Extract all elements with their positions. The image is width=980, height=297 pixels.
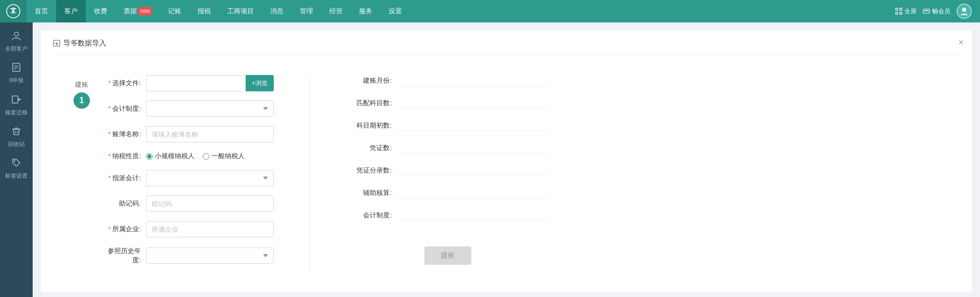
file-select-row: * 选择文件: +浏览 xyxy=(100,75,274,91)
ref-history-label: 参照历史年度: xyxy=(100,246,146,265)
ref-history-select[interactable] xyxy=(146,247,274,264)
nav-service[interactable]: 服务 xyxy=(351,0,380,22)
build-month-value xyxy=(397,75,550,86)
subject-init-row: 科目期初数: xyxy=(346,120,550,131)
tax-general-label: 一般纳税人 xyxy=(211,152,245,161)
sidebar-label-tag-settings: 标签设置 xyxy=(5,172,28,179)
voucher-count-label: 凭证数: xyxy=(346,143,397,153)
accounting-system-info-label: 会计制度: xyxy=(346,211,397,220)
vip-button[interactable]: 畅会员 xyxy=(923,7,950,16)
aux-accounting-row: 辅助核算: xyxy=(346,187,550,199)
sidebar-item-tag-settings[interactable]: 标签设置 xyxy=(1,154,32,183)
user-avatar[interactable] xyxy=(957,4,972,19)
tax-type-label: * 纳税性质: xyxy=(100,152,146,161)
sidebar: 全部客户 0申报 账套迁移 xyxy=(0,22,33,297)
svg-rect-2 xyxy=(896,8,898,10)
step-circle: 1 xyxy=(74,92,90,109)
main-panel: 导爷数据导入 × 建账 1 xyxy=(41,31,972,292)
section-divider xyxy=(309,75,310,274)
sidebar-item-trash[interactable]: 回收站 xyxy=(1,122,32,152)
nav-msg[interactable]: 消息 xyxy=(262,0,292,22)
file-select-label: * 选择文件: xyxy=(100,79,146,88)
accounting-system-info-row: 会计制度: xyxy=(346,210,550,221)
sidebar-label-account-migrate: 账套迁移 xyxy=(5,109,28,116)
svg-rect-13 xyxy=(12,96,18,103)
app-logo[interactable] xyxy=(0,0,27,22)
tax-general-radio[interactable] xyxy=(203,153,209,160)
sidebar-item-account-migrate[interactable]: 账套迁移 xyxy=(1,90,32,120)
nav-admin[interactable]: 管理 xyxy=(292,0,321,22)
aux-code-label: 助记码: xyxy=(100,199,146,208)
panel-close-button[interactable]: × xyxy=(958,38,964,47)
tax-small-radio[interactable] xyxy=(146,153,153,160)
nav-client[interactable]: 客户 xyxy=(56,0,86,22)
tag-settings-icon xyxy=(11,158,21,170)
vip-label: 畅会员 xyxy=(932,7,950,16)
sidebar-label-trash: 回收站 xyxy=(8,140,25,147)
build-month-row: 建账月份: xyxy=(346,75,550,86)
nav-fee[interactable]: 收费 xyxy=(86,0,115,22)
voucher-count-value xyxy=(397,142,550,154)
ledger-name-label: * 账簿名称: xyxy=(100,130,146,139)
svg-rect-3 xyxy=(900,8,902,10)
belong-company-label: * 所属企业: xyxy=(100,225,146,234)
sidebar-label-declaration: 0申报 xyxy=(9,77,23,84)
invoice-badge: new xyxy=(138,7,152,15)
aux-code-input[interactable] xyxy=(146,195,274,212)
svg-point-1 xyxy=(12,10,15,13)
sidebar-item-declaration[interactable]: 0申报 xyxy=(1,58,32,88)
nav-tax[interactable]: 报税 xyxy=(189,0,219,22)
nav-home[interactable]: 首页 xyxy=(27,0,56,22)
match-subjects-row: 匹配科目数: xyxy=(346,97,550,109)
subject-init-label: 科目期初数: xyxy=(346,121,397,130)
nav-ledger[interactable]: 记账 xyxy=(160,0,189,22)
all-clients-icon xyxy=(11,31,21,43)
aux-accounting-value xyxy=(397,187,550,199)
aux-accounting-label: 辅助核算: xyxy=(346,188,397,197)
declaration-icon xyxy=(11,62,21,75)
sidebar-item-all-clients[interactable]: 全部客户 xyxy=(1,27,32,56)
svg-point-8 xyxy=(14,32,18,36)
vip-icon xyxy=(923,8,930,15)
sidebar-label-all-clients: 全部客户 xyxy=(5,45,28,52)
main-layout: 全部客户 0申报 账套迁移 xyxy=(0,22,980,297)
tax-general-radio-label[interactable]: 一般纳税人 xyxy=(203,152,245,161)
nav-items: 首页 客户 收费 票据 new 记账 报税 工商项目 消息 管理 经营 服务 设… xyxy=(27,0,895,22)
accounting-system-select[interactable] xyxy=(146,101,274,117)
belong-company-input[interactable] xyxy=(146,221,274,237)
info-section: 建账月份: 匹配科目数: 科目期初数: 凭证数: xyxy=(346,75,550,274)
content-area: 导爷数据导入 × 建账 1 xyxy=(33,22,980,297)
import-icon xyxy=(53,40,60,47)
panel-header: 导爷数据导入 xyxy=(53,39,960,55)
svg-point-7 xyxy=(962,8,966,12)
form-section: * 选择文件: +浏览 * 会计制度: xyxy=(100,75,274,274)
tax-small-radio-label[interactable]: 小规模纳税人 xyxy=(146,152,195,161)
accountant-row: * 指派会计: xyxy=(100,170,274,186)
accounting-system-label: * 会计制度: xyxy=(100,104,146,113)
svg-rect-4 xyxy=(896,12,898,14)
svg-point-16 xyxy=(14,160,15,162)
aux-code-row: 助记码: xyxy=(100,195,274,212)
accountant-label: * 指派会计: xyxy=(100,174,146,183)
browse-button[interactable]: +浏览 xyxy=(246,75,274,91)
file-input[interactable] xyxy=(146,75,243,91)
tax-type-radio-group: 小规模纳税人 一般纳税人 xyxy=(146,152,245,161)
build-account-button[interactable]: 建账 xyxy=(424,246,471,265)
fullscreen-button[interactable]: 全屏 xyxy=(895,7,917,16)
trash-icon xyxy=(11,126,21,139)
nav-biz[interactable]: 工商项目 xyxy=(219,0,262,22)
file-input-wrapper: +浏览 xyxy=(146,75,274,91)
tax-type-row: * 纳税性质: 小规模纳税人 一般纳税人 xyxy=(100,152,274,161)
match-subjects-value xyxy=(397,97,550,109)
nav-right-area: 全屏 畅会员 xyxy=(895,4,980,19)
ledger-name-row: * 账簿名称: xyxy=(100,126,274,142)
nav-finance[interactable]: 经营 xyxy=(321,0,351,22)
ledger-name-input[interactable] xyxy=(146,126,274,142)
voucher-count-row: 凭证数: xyxy=(346,142,550,154)
account-migrate-icon xyxy=(11,94,21,107)
build-month-label: 建账月份: xyxy=(346,76,397,85)
accountant-select[interactable] xyxy=(146,170,274,186)
nav-invoice[interactable]: 票据 new xyxy=(115,0,160,22)
accounting-system-row: * 会计制度: xyxy=(100,101,274,117)
nav-settings[interactable]: 设置 xyxy=(380,0,410,22)
